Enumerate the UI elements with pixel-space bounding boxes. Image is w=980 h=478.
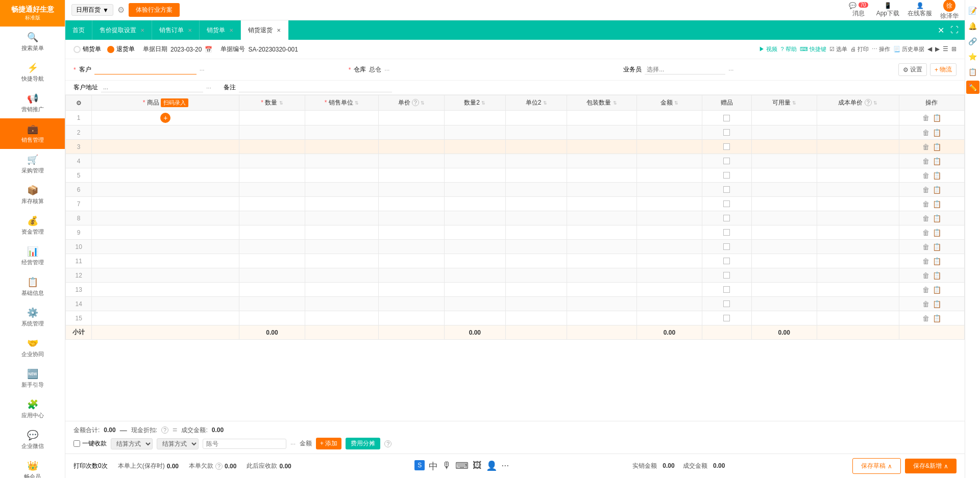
gift-cell[interactable] bbox=[702, 283, 751, 297]
delete-row-btn[interactable]: 🗑 bbox=[922, 300, 929, 308]
copy-row-btn[interactable]: 📋 bbox=[933, 157, 941, 165]
tab-sale-return[interactable]: 销货退货 ✕ bbox=[241, 20, 288, 40]
unit2-cell[interactable] bbox=[506, 197, 567, 211]
sort-qty2-icon[interactable]: ⇅ bbox=[481, 100, 485, 106]
copy-row-btn[interactable]: 📋 bbox=[933, 214, 941, 222]
delete-row-btn[interactable]: 🗑 bbox=[922, 200, 929, 208]
delete-row-btn[interactable]: 🗑 bbox=[922, 114, 929, 122]
cost-price-cell[interactable] bbox=[817, 283, 899, 297]
unit2-cell[interactable] bbox=[506, 154, 567, 168]
product-cell[interactable] bbox=[92, 168, 239, 183]
unit2-cell[interactable] bbox=[506, 297, 567, 311]
sidebar-item-newbie[interactable]: 🆕 新手引导 bbox=[0, 363, 65, 394]
cost-price-cell[interactable] bbox=[817, 183, 899, 197]
unit2-cell[interactable] bbox=[506, 183, 567, 197]
history-btn[interactable]: 📃 历史单据 bbox=[893, 45, 924, 53]
rs-bookmark-icon[interactable]: ⭐ bbox=[966, 50, 979, 63]
pkg-qty-cell[interactable] bbox=[567, 268, 636, 283]
sort-unit2-icon[interactable]: ⇅ bbox=[543, 100, 547, 106]
delete-row-btn[interactable]: 🗑 bbox=[922, 129, 929, 137]
sidebar-item-enterprise[interactable]: 🤝 企业协同 bbox=[0, 333, 65, 363]
gift-cell[interactable] bbox=[702, 154, 751, 168]
docno-value[interactable]: SA-20230320-001 bbox=[248, 46, 298, 53]
available-cell[interactable] bbox=[751, 268, 817, 283]
qty-cell[interactable] bbox=[239, 268, 305, 283]
copy-row-btn[interactable]: 📋 bbox=[933, 271, 941, 280]
print-btn[interactable]: 🖨 打印 bbox=[850, 45, 869, 53]
qty2-cell[interactable] bbox=[444, 283, 505, 297]
qty-cell[interactable] bbox=[239, 154, 305, 168]
amount-cell[interactable] bbox=[636, 111, 702, 125]
qty2-cell[interactable] bbox=[444, 125, 505, 140]
unit-cell[interactable] bbox=[305, 297, 378, 311]
unit-cell[interactable] bbox=[305, 140, 378, 154]
sort-qty-icon[interactable]: ⇅ bbox=[279, 100, 283, 106]
grid-view-icon[interactable]: ⊞ bbox=[951, 45, 957, 53]
product-cell[interactable] bbox=[92, 225, 239, 240]
product-input[interactable] bbox=[94, 143, 237, 150]
delete-row-btn[interactable]: 🗑 bbox=[922, 286, 929, 294]
unit-cell[interactable] bbox=[305, 268, 378, 283]
one-key-pay-checkbox[interactable]: 一键收款 bbox=[74, 439, 107, 448]
available-cell[interactable] bbox=[751, 111, 817, 125]
gift-cell[interactable] bbox=[702, 297, 751, 311]
price-cell[interactable] bbox=[379, 125, 444, 140]
cost-price-cell[interactable] bbox=[817, 240, 899, 254]
qty-cell[interactable] bbox=[239, 168, 305, 183]
scan-input-btn[interactable]: 扫码录入 bbox=[161, 98, 188, 107]
qty-cell[interactable] bbox=[239, 197, 305, 211]
message-btn[interactable]: 💬 70 消息 bbox=[849, 2, 868, 18]
pkg-qty-cell[interactable] bbox=[567, 125, 636, 140]
price-cell[interactable] bbox=[379, 297, 444, 311]
qty2-cell[interactable] bbox=[444, 254, 505, 268]
tab-sale-order[interactable]: 销售订单 ✕ bbox=[152, 20, 200, 40]
qty2-cell[interactable] bbox=[444, 197, 505, 211]
col-settings[interactable]: ⚙ bbox=[66, 95, 92, 111]
gift-checkbox[interactable] bbox=[723, 200, 730, 207]
pkg-qty-cell[interactable] bbox=[567, 311, 636, 325]
amount-cell[interactable] bbox=[636, 125, 702, 140]
tab-sale-price[interactable]: 售价提取设置 ✕ bbox=[92, 20, 152, 40]
cost-price-cell[interactable] bbox=[817, 268, 899, 283]
cost-price-cell[interactable] bbox=[817, 111, 899, 125]
qty-cell[interactable] bbox=[239, 225, 305, 240]
gift-cell[interactable] bbox=[702, 183, 751, 197]
gift-cell[interactable] bbox=[702, 211, 751, 225]
save-draft-btn[interactable]: 保存草稿 ∧ bbox=[852, 458, 901, 474]
debt-info-icon[interactable]: ? bbox=[215, 463, 223, 470]
qty-cell[interactable] bbox=[239, 183, 305, 197]
online-service-btn[interactable]: 👤 在线客服 bbox=[908, 2, 932, 18]
unit-cell[interactable] bbox=[305, 197, 378, 211]
available-cell[interactable] bbox=[751, 211, 817, 225]
amount-cell[interactable] bbox=[636, 168, 702, 183]
available-cell[interactable] bbox=[751, 168, 817, 183]
help-icon[interactable]: ? 帮助 bbox=[781, 45, 797, 53]
available-cell[interactable] bbox=[751, 154, 817, 168]
qty-cell[interactable] bbox=[239, 111, 305, 125]
price-cell[interactable] bbox=[379, 183, 444, 197]
rs-edit-icon[interactable]: ✏️ bbox=[966, 81, 979, 94]
product-cell[interactable] bbox=[92, 125, 239, 140]
date-value[interactable]: 2023-03-20 bbox=[170, 46, 202, 53]
gift-checkbox[interactable] bbox=[723, 315, 730, 321]
sidebar-item-sales[interactable]: 💼 销售管理 bbox=[0, 118, 65, 149]
unit-cell[interactable] bbox=[305, 211, 378, 225]
copy-row-btn[interactable]: 📋 bbox=[933, 243, 941, 251]
amount-cell[interactable] bbox=[636, 268, 702, 283]
pkg-qty-cell[interactable] bbox=[567, 154, 636, 168]
cost-price-cell[interactable] bbox=[817, 197, 899, 211]
remark-input[interactable] bbox=[239, 83, 392, 92]
gift-checkbox[interactable] bbox=[723, 172, 730, 179]
qty-cell[interactable] bbox=[239, 240, 305, 254]
pkg-qty-cell[interactable] bbox=[567, 211, 636, 225]
gift-cell[interactable] bbox=[702, 254, 751, 268]
sort-pkg-icon[interactable]: ⇅ bbox=[613, 100, 617, 106]
qty2-cell[interactable] bbox=[444, 168, 505, 183]
gift-cell[interactable] bbox=[702, 240, 751, 254]
available-cell[interactable] bbox=[751, 283, 817, 297]
copy-row-btn[interactable]: 📋 bbox=[933, 257, 941, 265]
copy-row-btn[interactable]: 📋 bbox=[933, 129, 941, 137]
customer-dots-btn[interactable]: ··· bbox=[200, 66, 205, 73]
sidebar-item-finance[interactable]: 💰 资金管理 bbox=[0, 210, 65, 241]
tab-sale-goods[interactable]: 销货单 ✕ bbox=[200, 20, 241, 40]
